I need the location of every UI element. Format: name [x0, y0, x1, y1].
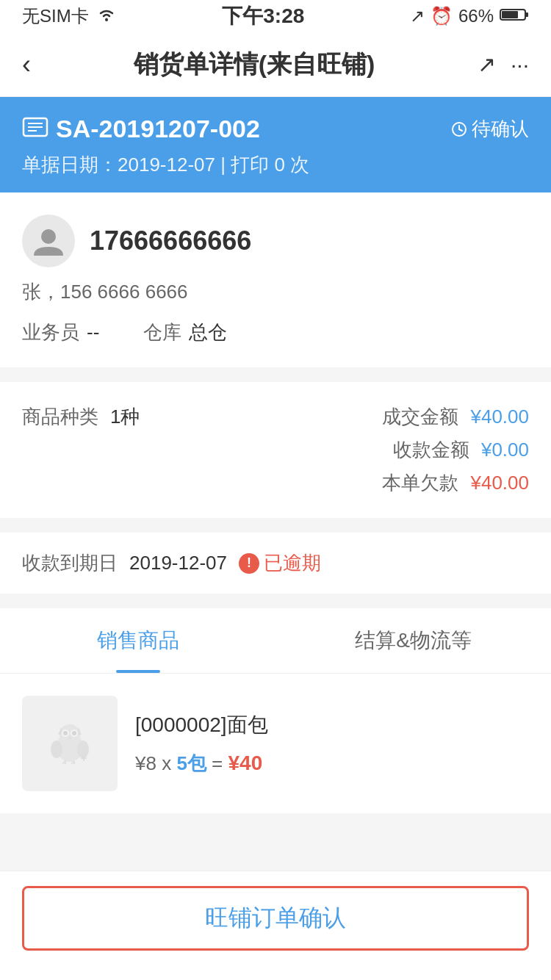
warehouse-label: 仓库 — [143, 320, 181, 345]
nav-actions: ↗ ··· — [478, 51, 529, 77]
owed-amount-label: 本单欠款 — [382, 470, 458, 496]
owed-amount-value: ¥40.00 — [470, 472, 529, 494]
svg-rect-2 — [525, 12, 528, 17]
wifi-icon — [96, 6, 117, 26]
page-title: 销货单详情(来自旺铺) — [134, 48, 375, 82]
overdue-text: 已逾期 — [264, 550, 321, 576]
product-name: [0000002]面包 — [135, 711, 529, 739]
status-right: ↗ ⏰ 66% — [410, 6, 529, 26]
warehouse-value: 总仓 — [189, 320, 227, 345]
tab-products-label: 销售商品 — [97, 627, 179, 655]
more-icon[interactable]: ··· — [511, 52, 529, 77]
svg-line-10 — [459, 129, 462, 131]
svg-point-19 — [72, 731, 76, 735]
carrier-text: 无SIM卡 — [22, 4, 89, 28]
svg-point-18 — [63, 731, 68, 735]
svg-text:+: + — [81, 752, 87, 764]
svg-point-11 — [41, 229, 56, 244]
product-card: + [0000002]面包 ¥8 x 5包 = ¥40 — [0, 674, 551, 813]
alarm-icon: ⏰ — [431, 6, 453, 26]
tabs: 销售商品 结算&物流等 — [0, 608, 551, 673]
battery-text: 66% — [458, 6, 494, 26]
due-date-card: 收款到期日 2019-12-07 ! 已逾期 — [0, 533, 551, 594]
summary-left: 商品种类 1种 — [22, 404, 140, 430]
order-date: 单据日期：2019-12-07 | 打印 0 次 — [22, 152, 529, 178]
summary-right: 成交金额 ¥40.00 收款金额 ¥0.00 本单欠款 ¥40.00 — [382, 404, 529, 496]
product-thumbnail: + — [22, 696, 118, 791]
share-icon[interactable]: ↗ — [478, 51, 496, 77]
tab-settlement-label: 结算&物流等 — [355, 627, 472, 655]
deal-amount-row: 成交金额 ¥40.00 — [382, 404, 529, 430]
sales-rep-label: 业务员 — [22, 320, 79, 345]
overdue-badge: ! 已逾期 — [239, 550, 321, 576]
status-left: 无SIM卡 — [22, 4, 117, 28]
payment-amount-value: ¥0.00 — [481, 439, 529, 461]
equals-sign: = — [212, 752, 223, 774]
sales-rep-item: 业务员 -- — [22, 320, 99, 345]
price-formula: ¥8 x — [135, 752, 171, 774]
order-header-top: SA-20191207-002 待确认 — [22, 115, 529, 143]
deal-amount-label: 成交金额 — [382, 404, 458, 430]
sales-rep-value: -- — [87, 321, 99, 344]
overdue-icon: ! — [239, 553, 259, 574]
order-icon — [22, 115, 48, 143]
due-date-label: 收款到期日 — [22, 550, 118, 576]
tabs-container: 销售商品 结算&物流等 — [0, 608, 551, 674]
warehouse-item: 仓库 总仓 — [143, 320, 227, 345]
svg-rect-3 — [502, 11, 518, 18]
customer-top: 17666666666 — [22, 215, 529, 267]
summary-card: 商品种类 1种 成交金额 ¥40.00 收款金额 ¥0.00 本单欠款 ¥40.… — [0, 382, 551, 518]
tab-settlement[interactable]: 结算&物流等 — [276, 608, 551, 673]
due-date-value: 2019-12-07 — [129, 552, 227, 574]
customer-card: 17666666666 张，156 6666 6666 业务员 -- 仓库 总仓 — [0, 192, 551, 367]
svg-point-0 — [105, 18, 108, 21]
status-bar: 无SIM卡 下午3:28 ↗ ⏰ 66% — [0, 0, 551, 32]
product-price: ¥8 x 5包 = ¥40 — [135, 751, 529, 777]
product-info: [0000002]面包 ¥8 x 5包 = ¥40 — [135, 711, 529, 777]
payment-amount-label: 收款金额 — [393, 437, 469, 463]
tab-products[interactable]: 销售商品 — [0, 608, 276, 673]
battery-icon — [500, 6, 529, 26]
tab-underline — [116, 670, 160, 673]
order-status-badge: 待确认 — [451, 116, 529, 142]
customer-phone: 17666666666 — [90, 226, 251, 256]
svg-point-21 — [51, 741, 62, 758]
avatar — [22, 215, 75, 267]
payment-amount-row: 收款金额 ¥0.00 — [393, 437, 529, 463]
owed-amount-row: 本单欠款 ¥40.00 — [382, 470, 529, 496]
confirm-button[interactable]: 旺铺订单确认 — [22, 886, 529, 951]
product-type-value: 1种 — [110, 404, 140, 430]
customer-meta: 业务员 -- 仓库 总仓 — [22, 320, 529, 345]
back-button[interactable]: ‹ — [22, 49, 31, 80]
total-price: ¥40 — [228, 752, 263, 774]
bottom-bar: 旺铺订单确认 — [0, 871, 551, 980]
deal-amount-value: ¥40.00 — [470, 406, 529, 428]
customer-name: 张，156 6666 6666 — [22, 279, 529, 305]
product-type-label: 商品种类 — [22, 404, 98, 430]
nav-bar: ‹ 销货单详情(来自旺铺) ↗ ··· — [0, 32, 551, 97]
status-time: 下午3:28 — [222, 2, 304, 30]
location-icon: ↗ — [410, 6, 425, 26]
order-header: SA-20191207-002 待确认 单据日期：2019-12-07 | 打印… — [0, 97, 551, 192]
order-number: SA-20191207-002 — [22, 115, 260, 143]
quantity: 5包 — [176, 752, 206, 774]
